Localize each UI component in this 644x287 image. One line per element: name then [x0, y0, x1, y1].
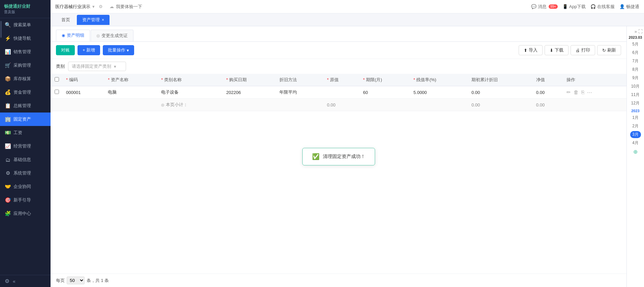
- app-download-action[interactable]: 📱 App下载: [562, 4, 586, 10]
- refresh-button[interactable]: ↻ 刷新: [597, 45, 621, 55]
- sidebar-logo: 畅捷通好业财 普及版: [0, 0, 51, 18]
- subtotal-empty4: [223, 99, 276, 111]
- right-panel-month-9[interactable]: 9月: [627, 74, 644, 82]
- import-button[interactable]: ⬆ 导入: [519, 45, 543, 55]
- right-panel-month-3-current[interactable]: 3月: [630, 131, 641, 138]
- settings-icon[interactable]: ⚙: [5, 278, 9, 284]
- right-panel: » ⛶ 2023.03 5月 6月 7月 8月 9月 10月 11月 12月 2…: [626, 26, 644, 287]
- right-panel-month-4[interactable]: 4月: [627, 139, 644, 147]
- reconcile-button[interactable]: 对账: [56, 45, 75, 55]
- experience-link[interactable]: 我要体验一下: [116, 4, 142, 10]
- right-panel-collapse-icon[interactable]: »: [635, 29, 637, 34]
- finance-icon: 💰: [5, 89, 11, 95]
- select-all-checkbox[interactable]: [55, 77, 59, 82]
- tab-home[interactable]: 首页: [56, 15, 75, 25]
- new-button[interactable]: + 新增: [78, 45, 100, 55]
- sidebar-item-purchase[interactable]: 🛒 采购管理: [0, 59, 51, 72]
- right-panel-month-1[interactable]: 1月: [627, 114, 644, 122]
- subtotal-original: 0.00: [324, 99, 360, 111]
- tab-close-icon[interactable]: ×: [102, 18, 104, 22]
- sidebar-item-guide[interactable]: 🎯 新手引导: [0, 193, 51, 207]
- batch-ops-button[interactable]: 批量操作 ▾: [103, 45, 134, 55]
- app-title: 畅捷通好业财: [4, 3, 47, 9]
- sidebar-item-quicknav[interactable]: ⚡ 快捷导航: [0, 32, 51, 45]
- sidebar-item-collab[interactable]: 🤝 企业协同: [0, 180, 51, 193]
- category-select-arrow: ▾: [114, 64, 116, 69]
- online-service-action[interactable]: 🎧 在线客服: [590, 4, 615, 10]
- assets-table: 编码 资产名称 类别名称 购买日期 折旧方法 原值 期限(月) 残值率(%) 期…: [51, 74, 626, 111]
- copy-icon[interactable]: ⎘: [581, 89, 584, 95]
- batch-ops-label: 批量操作: [108, 47, 125, 53]
- print-button[interactable]: 🖨 打印: [571, 45, 595, 55]
- sidebar-item-sales[interactable]: 📊 销售管理: [0, 45, 51, 59]
- collapse-icon[interactable]: «: [13, 279, 16, 284]
- total-label: 条，共 1 条: [87, 278, 109, 284]
- right-panel-month-10[interactable]: 10月: [627, 82, 644, 91]
- right-panel-month-11[interactable]: 11月: [627, 91, 644, 99]
- category-label: 类别: [56, 63, 65, 69]
- sidebar-item-inventory[interactable]: 📦 库存核算: [0, 72, 51, 86]
- subtotal-label-cell: ◎ 本页小计：: [158, 99, 223, 111]
- import-icon: ⬆: [524, 48, 527, 53]
- subtotal-empty8: [563, 99, 626, 111]
- download-button[interactable]: ⬇ 下载: [545, 45, 569, 55]
- right-panel-year-label: 2023: [631, 107, 639, 114]
- edit-icon[interactable]: ✏: [566, 89, 571, 95]
- right-panel-month-2[interactable]: 2月: [627, 122, 644, 130]
- tabbar: 首页 资产管理 ×: [51, 13, 644, 26]
- sidebar-item-finance[interactable]: 💰 资金管理: [0, 86, 51, 99]
- subtotal-initial: 0.00: [468, 99, 533, 111]
- subtab-voucher-change[interactable]: ◎ 变更生成凭证: [91, 30, 133, 41]
- more-icon[interactable]: ⋯: [587, 89, 592, 95]
- app-download-label: App下载: [569, 4, 586, 10]
- subtabs: ◉ 资产明细 ◎ 变更生成凭证: [51, 26, 626, 42]
- sidebar-item-basic-info[interactable]: 🗂 基础信息: [0, 153, 51, 166]
- subtab-voucher-label: 变更生成凭证: [101, 33, 128, 39]
- subtab-asset-detail[interactable]: ◉ 资产明细: [56, 30, 90, 41]
- toast-notification: ✅ 清理固定资产成功！: [302, 148, 375, 165]
- settings-gear-icon[interactable]: ⚙: [99, 4, 103, 9]
- sidebar-item-fixed-assets[interactable]: 🏢 固定资产: [0, 113, 51, 126]
- right-panel-month-8[interactable]: 8月: [627, 65, 644, 74]
- col-depreciation: 折旧方法: [276, 74, 324, 86]
- select-all-header: [51, 74, 63, 86]
- basic-info-icon: 🗂: [5, 157, 11, 163]
- sidebar-label-appstore: 应用中心: [13, 211, 31, 217]
- sidebar-item-payroll[interactable]: 💵 工资: [0, 126, 51, 139]
- right-panel-month-5[interactable]: 5月: [627, 40, 644, 49]
- sidebar-item-appstore[interactable]: 🧩 应用中心: [0, 207, 51, 220]
- sidebar-item-operations[interactable]: 📈 经营管理: [0, 139, 51, 153]
- sidebar-label-collab: 企业协同: [13, 184, 31, 190]
- per-page-select[interactable]: 50 100 200: [67, 277, 85, 284]
- sidebar-item-system[interactable]: ⚙ 系统管理: [0, 166, 51, 180]
- cell-purchase-date: 202206: [223, 86, 276, 99]
- sales-icon: 📊: [5, 49, 11, 55]
- right-panel-scroll-down[interactable]: ⊕: [633, 149, 638, 155]
- operations-icon: 📈: [5, 143, 11, 149]
- row-checkbox[interactable]: [55, 90, 59, 94]
- right-panel-month-6[interactable]: 6月: [627, 49, 644, 57]
- sidebar-item-search[interactable]: 🔍 搜索菜单: [0, 18, 51, 32]
- service-icon: 🎧: [590, 4, 596, 9]
- cell-code: 000001: [63, 86, 104, 99]
- download-label: 下载: [555, 47, 563, 53]
- user-name: 畅捷通: [626, 4, 639, 10]
- company-selector[interactable]: 医疗器械行业演示 ▾ ⚙ ☁ 我要体验一下: [55, 4, 528, 10]
- subtotal-empty7: [410, 99, 468, 111]
- message-label: 消息: [538, 4, 547, 10]
- category-select[interactable]: 请选择固定资产类别 ▾: [68, 62, 126, 71]
- sidebar-label-system: 系统管理: [13, 170, 31, 176]
- batch-ops-chevron: ▾: [127, 48, 129, 53]
- row-checkbox-cell: [51, 86, 63, 99]
- sidebar-item-ledger[interactable]: 📋 总账管理: [0, 99, 51, 113]
- right-panel-month-7[interactable]: 7月: [627, 57, 644, 65]
- tab-asset-mgmt[interactable]: 资产管理 ×: [77, 15, 110, 25]
- right-panel-month-12[interactable]: 12月: [627, 99, 644, 107]
- message-icon: 💬: [531, 4, 536, 9]
- delete-icon[interactable]: 🗑: [574, 89, 579, 95]
- message-action[interactable]: 💬 消息 99+: [531, 4, 558, 10]
- user-action[interactable]: 👤 畅捷通: [619, 4, 639, 10]
- tab-asset-label: 资产管理: [82, 17, 100, 23]
- right-panel-expand-icon[interactable]: ⛶: [638, 29, 643, 34]
- right-panel-year: 2023.03: [629, 34, 642, 40]
